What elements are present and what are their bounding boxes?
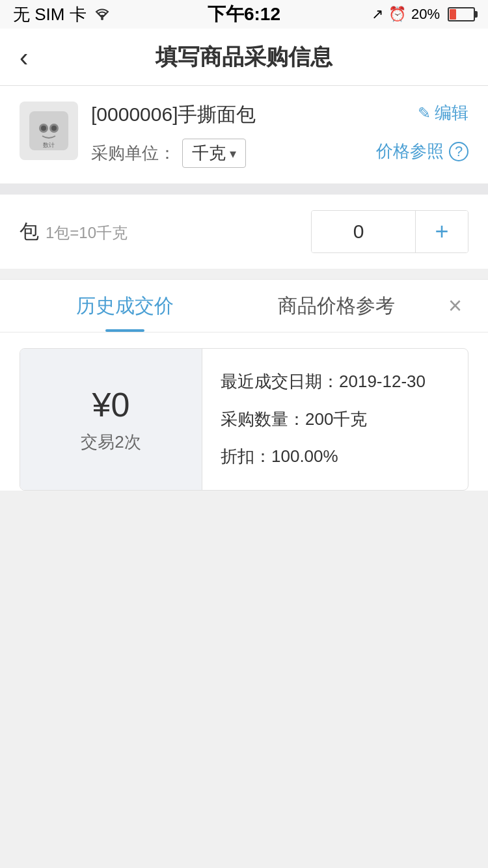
alarm-icon: ⏰ bbox=[388, 6, 406, 23]
price-ref-button[interactable]: 价格参照 ? bbox=[376, 140, 468, 163]
discount-label: 折扣： bbox=[221, 446, 271, 466]
quantity-row: 包 1包=10千克 + bbox=[0, 195, 488, 269]
price-ref-label: 价格参照 bbox=[376, 140, 444, 163]
history-card: ¥0 交易2次 最近成交日期：2019-12-30 采购数量：200千克 折扣：… bbox=[20, 348, 468, 491]
tabs-section: 历史成交价 商品价格参考 × ¥0 交易2次 最近成交日期：2019-12-30… bbox=[0, 279, 488, 491]
product-right-col: ✎ 编辑 价格参照 ? bbox=[376, 102, 468, 163]
history-price-value: ¥0 bbox=[92, 385, 130, 424]
svg-point-0 bbox=[101, 18, 103, 20]
product-image: 数计 bbox=[20, 102, 78, 160]
status-time: 下午6:12 bbox=[208, 2, 280, 27]
tab-reference-label: 商品价格参考 bbox=[278, 293, 395, 319]
product-left: 数计 [0000006]手撕面包 采购单位： 千克 ▾ bbox=[20, 102, 256, 168]
svg-point-4 bbox=[41, 126, 46, 131]
tabs-header: 历史成交价 商品价格参考 × bbox=[0, 280, 488, 332]
main-content-area bbox=[0, 506, 488, 868]
location-icon: ↗ bbox=[372, 6, 383, 23]
tab-history-price[interactable]: 历史成交价 bbox=[20, 280, 230, 332]
history-trades-count: 交易2次 bbox=[81, 431, 141, 454]
discount-value: 100.00% bbox=[271, 446, 338, 466]
tab-history-label: 历史成交价 bbox=[76, 293, 174, 319]
unit-select[interactable]: 千克 ▾ bbox=[182, 139, 246, 168]
recent-date-value: 2019-12-30 bbox=[339, 372, 426, 391]
dropdown-arrow-icon: ▾ bbox=[230, 146, 236, 161]
svg-point-5 bbox=[51, 126, 57, 131]
edit-label: 编辑 bbox=[435, 102, 468, 124]
currency-symbol: ¥ bbox=[92, 386, 111, 424]
status-bar: 无 SIM 卡 下午6:12 ↗ ⏰ 20% bbox=[0, 0, 488, 29]
tab-active-underline bbox=[105, 329, 144, 332]
quantity-input[interactable] bbox=[312, 211, 416, 252]
carrier-text: 无 SIM 卡 bbox=[13, 3, 87, 26]
history-detail-section: 最近成交日期：2019-12-30 采购数量：200千克 折扣：100.00% bbox=[202, 349, 468, 490]
edit-icon: ✎ bbox=[418, 104, 431, 122]
nav-bar: ‹ 填写商品采购信息 bbox=[0, 29, 488, 86]
quantity-control: + bbox=[311, 210, 468, 253]
battery-icon bbox=[448, 7, 475, 21]
price-ref-help-icon[interactable]: ? bbox=[449, 142, 468, 161]
tab-close-button[interactable]: × bbox=[442, 292, 468, 319]
recent-date-row: 最近成交日期：2019-12-30 bbox=[221, 368, 450, 396]
product-card: 数计 [0000006]手撕面包 采购单位： 千克 ▾ ✎ 编辑 bbox=[0, 86, 488, 184]
back-button[interactable]: ‹ bbox=[20, 44, 28, 70]
quantity-plus-button[interactable]: + bbox=[416, 211, 468, 252]
edit-button[interactable]: ✎ 编辑 bbox=[418, 102, 468, 124]
unit-label: 采购单位： bbox=[91, 142, 176, 165]
battery-text: 20% bbox=[411, 6, 440, 23]
status-left: 无 SIM 卡 bbox=[13, 3, 111, 26]
qty-conversion: 1包=10千克 bbox=[46, 223, 128, 243]
product-name: [0000006]手撕面包 bbox=[91, 102, 256, 128]
quantity-label: 包 1包=10千克 bbox=[20, 219, 128, 245]
price-number: 0 bbox=[111, 386, 130, 424]
tab-price-reference[interactable]: 商品价格参考 bbox=[230, 280, 441, 332]
unit-value: 千克 bbox=[192, 142, 226, 165]
product-unit-row: 采购单位： 千克 ▾ bbox=[91, 139, 256, 168]
svg-text:数计: 数计 bbox=[43, 142, 55, 148]
history-price-section: ¥0 交易2次 bbox=[20, 349, 202, 490]
recent-date-label: 最近成交日期： bbox=[221, 372, 339, 391]
quantity-detail-value: 200千克 bbox=[305, 409, 367, 429]
section-divider bbox=[0, 184, 488, 195]
quantity-row-detail: 采购数量：200千克 bbox=[221, 406, 450, 433]
page-title: 填写商品采购信息 bbox=[156, 42, 332, 72]
qty-unit: 包 bbox=[20, 219, 39, 245]
wifi-icon bbox=[93, 5, 111, 25]
product-logo-icon: 数计 bbox=[29, 111, 68, 150]
product-info: [0000006]手撕面包 采购单位： 千克 ▾ bbox=[91, 102, 256, 168]
status-right: ↗ ⏰ 20% bbox=[372, 6, 475, 23]
quantity-detail-label: 采购数量： bbox=[221, 409, 305, 429]
discount-row: 折扣：100.00% bbox=[221, 443, 450, 470]
